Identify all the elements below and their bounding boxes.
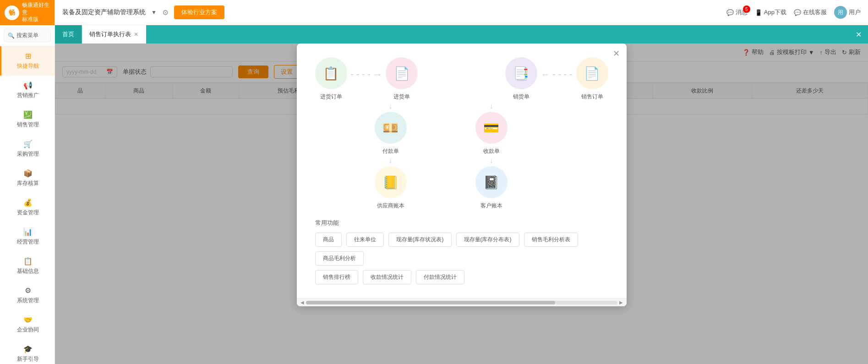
scroll-right-arrow[interactable]: ▶ (617, 300, 625, 305)
tab-home[interactable]: 首页 (55, 25, 82, 43)
sidebar-item-marketing[interactable]: 📢 营销推广 (0, 76, 55, 105)
marketing-icon: 📢 (23, 81, 33, 90)
flow-item-sales-order[interactable]: 📄 销售订单 (576, 57, 608, 101)
flow-item-purchase-bill[interactable]: 📄 进货单 (386, 57, 418, 101)
func-grid-row1: 商品 往来单位 现存量(库存状况表) 现存量(库存分布表) 销售毛利分析表 商品… (315, 233, 608, 266)
func-btn-goods[interactable]: 商品 (315, 233, 342, 247)
message-button[interactable]: 💬 消息 5 (726, 8, 748, 16)
search-menu-area: 🔍 搜索菜单 (0, 25, 55, 46)
right-arrow-1: - - - - → (347, 69, 386, 80)
tab-sales-order-exec[interactable]: 销售订单执行表 ✕ (82, 25, 146, 43)
scroll-thumb[interactable] (306, 301, 555, 304)
sidebar-item-enterprise[interactable]: 🤝 企业协同 (0, 310, 55, 339)
sales-bill-circle: 📑 (505, 57, 537, 89)
func-btn-payment-stats[interactable]: 付款情况统计 (416, 270, 464, 284)
sidebar: 畅 畅康通好生意 标准版 🔍 搜索菜单 ⊞ 快捷导航 📢 营销推广 💹 销售管理… (0, 0, 55, 364)
search-menu-button[interactable]: 🔍 搜索菜单 (4, 29, 51, 42)
receipt-circle: 💳 (475, 112, 508, 144)
sidebar-item-purchase[interactable]: 🛒 采购管理 (0, 134, 55, 163)
purchase-icon: 🛒 (23, 140, 33, 148)
inventory-icon: 📦 (23, 169, 33, 178)
search-icon: 🔍 (8, 33, 15, 39)
func-btn-stock-dist[interactable]: 现存量(库存分布表) (456, 233, 519, 247)
sidebar-item-operations[interactable]: 📊 经营管理 (0, 222, 55, 251)
tab-bar: 首页 销售订单执行表 ✕ ✕ (55, 25, 868, 43)
sidebar-item-inventory[interactable]: 📦 库存核算 (0, 163, 55, 193)
system-icon: ⚙ (25, 286, 31, 295)
sidebar-item-label: 企业协同 (17, 326, 39, 334)
sidebar-item-label: 经营管理 (17, 238, 39, 246)
sidebar-item-basic-info[interactable]: 📋 基础信息 (0, 251, 55, 281)
tab-close-icon[interactable]: ✕ (134, 31, 138, 38)
purchase-bill-circle: 📄 (386, 57, 418, 89)
left-arrow-1: ← - - - - (537, 69, 576, 80)
user-name: 用户 (849, 8, 861, 16)
flow-item-customer-ledger[interactable]: 📓 客户账本 (475, 166, 508, 210)
func-grid-row2: 销售排行榜 收款情况统计 付款情况统计 (315, 270, 608, 284)
tab-sales-label: 销售订单执行表 (89, 30, 131, 38)
modal-overlay[interactable]: ✕ 📋 进货订单 - - - - → (55, 43, 868, 364)
operations-icon: 📊 (23, 228, 33, 236)
func-btn-sales-profit[interactable]: 销售毛利分析表 (524, 233, 578, 247)
sales-order-label: 销售订单 (581, 93, 603, 101)
sidebar-item-label: 系统管理 (17, 297, 39, 304)
payment-circle: 💴 (375, 112, 407, 144)
logo-area: 畅 畅康通好生意 标准版 (0, 0, 55, 25)
system-dropdown[interactable]: ▼ (151, 9, 157, 16)
receipt-label: 收款单 (483, 147, 500, 155)
customer-ledger-label: 客户账本 (480, 202, 502, 210)
logo-text: 畅康通好生意 标准版 (22, 2, 50, 23)
user-menu[interactable]: 用 用户 (834, 6, 861, 19)
customer-ledger-circle: 📓 (475, 166, 508, 198)
func-btn-partners[interactable]: 往来单位 (346, 233, 384, 247)
finance-icon: 💰 (23, 198, 33, 207)
scroll-track[interactable] (306, 301, 617, 304)
online-service-button[interactable]: 💬 在线客服 (794, 8, 827, 16)
down-arrow-payment: ↓ (389, 157, 393, 164)
enterprise-icon: 🤝 (23, 315, 33, 324)
settings-icon[interactable]: ⚙ (162, 8, 169, 17)
func-btn-receipt-stats[interactable]: 收款情况统计 (363, 270, 411, 284)
flow-item-supplier-ledger[interactable]: 📒 供应商账本 (375, 166, 407, 210)
app-download-button[interactable]: 📱 App下载 (755, 8, 786, 16)
func-btn-sales-rank[interactable]: 销售排行榜 (315, 270, 358, 284)
close-all-button[interactable]: ✕ (849, 25, 868, 43)
sidebar-item-label: 采购管理 (17, 150, 39, 158)
scroll-left-arrow[interactable]: ◀ (299, 300, 306, 305)
flow-item-receipt[interactable]: 💳 收款单 (475, 112, 508, 155)
sidebar-nav: ⊞ 快捷导航 📢 营销推广 💹 销售管理 🛒 采购管理 📦 库存核算 💰 资金管… (0, 46, 55, 364)
purchase-order-label: 进货订单 (320, 93, 342, 101)
supplier-ledger-label: 供应商账本 (377, 202, 404, 210)
online-service-label: 在线客服 (803, 8, 827, 16)
download-icon: 📱 (755, 9, 762, 16)
sidebar-item-label: 快捷导航 (17, 62, 39, 70)
func-btn-goods-profit[interactable]: 商品毛利分析 (315, 251, 364, 266)
tab-home-label: 首页 (62, 30, 74, 38)
main-area: 装备及固定资产辅助管理系统 ▼ ⚙ 体验行业方案 💬 消息 5 📱 App下载 … (55, 0, 868, 364)
avatar: 用 (834, 6, 847, 19)
sales-icon: 💹 (23, 110, 33, 119)
flow-item-sales-bill[interactable]: 📑 销货单 (505, 57, 537, 101)
close-all-icon: ✕ (856, 30, 862, 39)
flow-item-payment[interactable]: 💴 付款单 (375, 112, 407, 155)
sidebar-item-label: 新手引导 (17, 355, 39, 363)
sales-order-circle: 📄 (576, 57, 608, 89)
payment-label: 付款单 (382, 147, 399, 155)
modal-close-button[interactable]: ✕ (611, 48, 622, 59)
sidebar-item-sales[interactable]: 💹 销售管理 (0, 105, 55, 134)
modal-scrollbar[interactable]: ◀ ▶ (297, 298, 627, 306)
func-btn-stock-status[interactable]: 现存量(库存状况表) (388, 233, 452, 247)
sidebar-item-quick-nav[interactable]: ⊞ 快捷导航 (0, 46, 55, 76)
flow-modal: ✕ 📋 进货订单 - - - - → (297, 43, 627, 306)
down-arrow-receipt: ↓ (490, 157, 493, 164)
message-badge: 5 (743, 5, 750, 13)
flow-item-purchase-order[interactable]: 📋 进货订单 (315, 57, 347, 101)
newbie-icon: 🎓 (23, 345, 33, 353)
content-area: ❓ 帮助 🖨 按模板打印 ▼ ↑ 导出 ↻ 刷新 (55, 43, 868, 364)
sidebar-item-newbie[interactable]: 🎓 新手引导 (0, 339, 55, 364)
sidebar-item-system[interactable]: ⚙ 系统管理 (0, 281, 55, 310)
try-solution-button[interactable]: 体验行业方案 (174, 5, 224, 19)
sidebar-item-finance[interactable]: 💰 资金管理 (0, 193, 55, 222)
chevron-down-icon: ▼ (151, 9, 157, 16)
logo-icon: 畅 (5, 5, 19, 20)
